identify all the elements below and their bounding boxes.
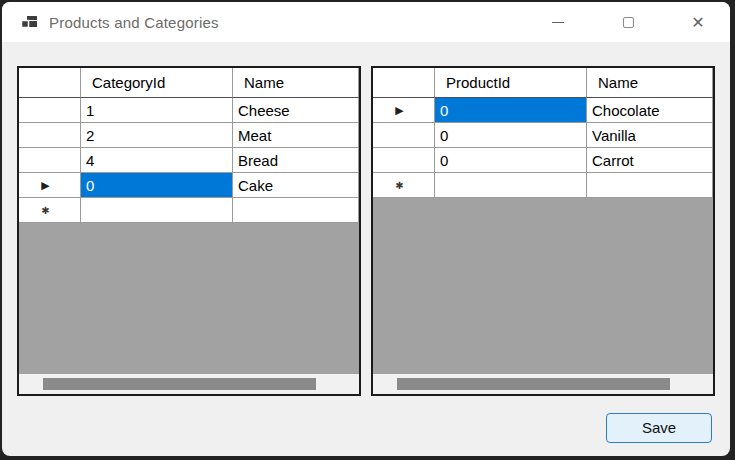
grid-cell[interactable]: 4	[81, 148, 233, 173]
grid-cell[interactable]: Cheese	[233, 98, 359, 123]
scrollbar-thumb[interactable]	[43, 378, 316, 390]
minimize-icon	[552, 22, 564, 23]
grid-cell[interactable]: 0	[435, 123, 587, 148]
new-row-icon[interactable]: ✱	[373, 173, 435, 198]
grid-cell[interactable]: Chocolate	[587, 98, 713, 123]
current-row-indicator-icon[interactable]: ▶	[373, 98, 435, 123]
row-header[interactable]	[373, 148, 435, 173]
scrollbar-thumb[interactable]	[397, 378, 670, 390]
horizontal-scrollbar[interactable]	[19, 374, 359, 394]
products-grid: ProductIdName▶0Chocolate0Vanilla0Carrot✱	[371, 66, 715, 396]
categories-table: CategoryIdName1Cheese2Meat4Bread▶0Cake✱	[19, 68, 359, 223]
grid-empty-area	[19, 223, 359, 374]
column-header-name[interactable]: Name	[233, 68, 359, 98]
close-button[interactable]: ✕	[675, 2, 721, 42]
grid-cell[interactable]: Cake	[233, 173, 359, 198]
grid-cell[interactable]	[233, 198, 359, 223]
new-row-icon[interactable]: ✱	[19, 198, 81, 223]
grid-cell[interactable]	[435, 173, 587, 198]
app-window: Products and Categories ✕ CategoryIdName…	[2, 2, 730, 456]
grid-cell[interactable]: 0	[435, 148, 587, 173]
column-header-categoryid[interactable]: CategoryId	[81, 68, 233, 98]
grid-cell[interactable]: 1	[81, 98, 233, 123]
column-header-productid[interactable]: ProductId	[435, 68, 587, 98]
client-area: CategoryIdName1Cheese2Meat4Bread▶0Cake✱ …	[2, 42, 730, 456]
grid-cell[interactable]: Vanilla	[587, 123, 713, 148]
maximize-icon	[623, 17, 634, 28]
row-header[interactable]	[19, 98, 81, 123]
grid-corner-header[interactable]	[373, 68, 435, 98]
grid-cell[interactable]: Meat	[233, 123, 359, 148]
window-title: Products and Categories	[49, 14, 219, 31]
row-header[interactable]	[19, 123, 81, 148]
row-header[interactable]	[373, 123, 435, 148]
selected-grid-cell[interactable]: 0	[435, 98, 587, 123]
horizontal-scrollbar[interactable]	[373, 374, 713, 394]
grid-corner-header[interactable]	[19, 68, 81, 98]
save-button[interactable]: Save	[606, 413, 712, 443]
minimize-button[interactable]	[535, 2, 581, 42]
grid-cell[interactable]: 2	[81, 123, 233, 148]
column-header-name[interactable]: Name	[587, 68, 713, 98]
window-controls: ✕	[535, 2, 721, 42]
products-table: ProductIdName▶0Chocolate0Vanilla0Carrot✱	[373, 68, 713, 198]
titlebar: Products and Categories ✕	[2, 2, 730, 42]
row-header[interactable]	[19, 148, 81, 173]
categories-grid: CategoryIdName1Cheese2Meat4Bread▶0Cake✱	[17, 66, 361, 396]
grid-cell[interactable]	[81, 198, 233, 223]
current-row-indicator-icon[interactable]: ▶	[19, 173, 81, 198]
grid-cell[interactable]: Bread	[233, 148, 359, 173]
grid-cell[interactable]	[587, 173, 713, 198]
selected-grid-cell[interactable]: 0	[81, 173, 233, 198]
grid-empty-area	[373, 198, 713, 374]
maximize-button[interactable]	[605, 2, 651, 42]
close-icon: ✕	[691, 13, 704, 32]
grid-cell[interactable]: Carrot	[587, 148, 713, 173]
app-icon	[20, 13, 38, 31]
